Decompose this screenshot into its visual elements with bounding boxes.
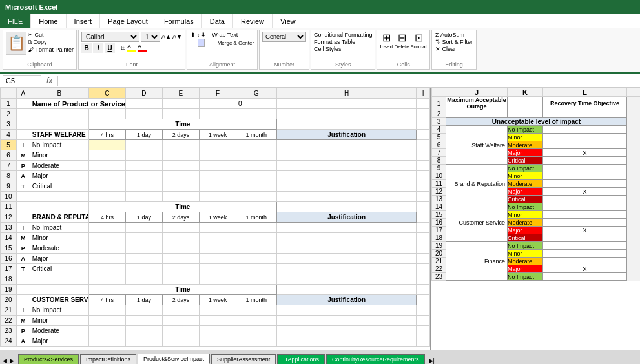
align-top-icon[interactable]: ⬆ (191, 32, 196, 38)
align-right-icon[interactable]: ☰ (206, 39, 212, 46)
paste-button[interactable]: 📋 (6, 32, 26, 55)
tab-insert[interactable]: Insert (67, 14, 101, 28)
cell-g5[interactable] (236, 140, 277, 150)
alignment-label: Alignment (209, 61, 235, 68)
align-bottom-icon[interactable]: ⬇ (201, 32, 206, 38)
tab-file[interactable]: FILE (0, 14, 31, 28)
cell-b1[interactable]: Name of Product or Service (30, 99, 125, 109)
clear-button[interactable]: ✕ Clear (435, 46, 473, 52)
format-as-table-button[interactable]: Format as Table (314, 39, 373, 45)
col-header-b[interactable]: B (30, 88, 88, 99)
wrap-text-button[interactable]: Wrap Text (212, 32, 238, 38)
time-header-3: Time (88, 285, 276, 295)
increase-font-icon[interactable]: A▲ (161, 34, 171, 40)
row-header-12: 12 (1, 212, 17, 223)
copy-button[interactable]: ⧉ Copy (28, 39, 74, 46)
tab-page-layout[interactable]: Page Layout (100, 14, 156, 28)
cell-e1[interactable] (162, 99, 199, 109)
cell-f5[interactable] (199, 140, 236, 150)
tab-impact-definitions[interactable]: ImpactDefinitions (80, 354, 136, 364)
editing-group: Σ AutoSum ⇅ Sort & Filter ✕ Clear Editin… (431, 30, 477, 70)
finance-right-label: Finance (446, 242, 508, 281)
tab-formulas[interactable]: Formulas (156, 14, 202, 28)
cell-f1[interactable] (199, 99, 236, 109)
col-header-e[interactable]: E (162, 88, 199, 99)
ribbon-content: 📋 ✂ Cut ⧉ Copy 🖌 Format Painter Clipboar… (0, 28, 640, 74)
moderate-label-1[interactable]: Moderate (30, 161, 88, 171)
number-format-select[interactable]: General (262, 32, 306, 42)
cell-d1[interactable] (125, 99, 162, 109)
cell-g1[interactable]: 0 (236, 99, 277, 109)
time-col-5: 1 month (236, 130, 277, 140)
tab-product-service-impact[interactable]: Product&ServiceImpact (138, 354, 210, 364)
cut-button[interactable]: ✂ Cut (28, 32, 74, 38)
staff-welfare-title: STAFF WELFARE (30, 130, 88, 140)
cells-label: Cells (397, 61, 410, 68)
underline-button[interactable]: U (105, 43, 115, 53)
cell-h1[interactable] (276, 99, 417, 109)
tab-continuity[interactable]: ContinuityResourceRequirements (326, 354, 425, 364)
scroll-tabs-left[interactable]: ◀ (1, 358, 8, 364)
table-row: 3 Time (1, 119, 430, 130)
cell-styles-button[interactable]: Cell Styles (314, 46, 373, 52)
row-header-3: 3 (1, 119, 17, 130)
table-row: 12 BRAND & REPUTATION 4 hrs 1 day 2 days… (1, 212, 430, 223)
align-center-icon[interactable]: ☰ (198, 39, 205, 47)
cell-a1[interactable] (17, 99, 30, 109)
font-size-select[interactable]: 11 (141, 32, 160, 42)
cell-e5[interactable] (162, 140, 199, 150)
border-icon[interactable]: ⊞ (121, 45, 126, 51)
autosum-button[interactable]: Σ AutoSum (435, 32, 473, 38)
cell-h5[interactable] (276, 140, 417, 150)
cell-d5[interactable] (125, 140, 162, 150)
no-impact-label-1[interactable]: No Impact (30, 140, 88, 150)
decrease-font-icon[interactable]: A▼ (172, 34, 182, 40)
tab-home[interactable]: Home (31, 14, 66, 28)
table-row: 19 Time (1, 285, 430, 295)
font-color-icon[interactable]: A (138, 43, 147, 52)
minor-label-1[interactable]: Minor (30, 150, 88, 161)
align-left-icon[interactable]: ☰ (191, 39, 196, 46)
row-header-13: 13 (1, 223, 17, 233)
tab-data[interactable]: Data (202, 14, 233, 28)
italic-button[interactable]: I (93, 43, 103, 53)
styles-label: Styles (335, 61, 351, 68)
time-header-1: Time (88, 119, 276, 130)
col-header-i[interactable]: I (417, 88, 430, 99)
format-button[interactable]: ⊡ (411, 32, 427, 44)
align-middle-icon[interactable]: ↕ (197, 32, 200, 38)
cell-i1[interactable] (417, 99, 430, 109)
tab-review[interactable]: Review (233, 14, 273, 28)
impact-letter-c1: T (17, 181, 30, 192)
col-header-f[interactable]: F (199, 88, 236, 99)
col-header-g[interactable]: G (236, 88, 277, 99)
fill-color-icon[interactable]: A (127, 43, 136, 52)
col-header-a[interactable]: A (17, 88, 30, 99)
font-family-select[interactable]: Calibri (81, 32, 139, 42)
impact-letter-a1: A (17, 171, 30, 181)
col-header-d[interactable]: D (125, 88, 162, 99)
cell-reference-input[interactable] (3, 75, 41, 86)
col-header-c[interactable]: C (88, 88, 125, 99)
tab-supplier-assessment[interactable]: SupplierAssessment (211, 354, 276, 364)
merge-center-button[interactable]: Merge & Center (218, 40, 254, 46)
critical-label-1[interactable]: Critical (30, 181, 88, 192)
scroll-tabs-right[interactable]: ▶ (8, 358, 15, 364)
table-row: 7 P Moderate (1, 161, 430, 171)
conditional-formatting-button[interactable]: Conditional Formatting (314, 32, 373, 38)
col-header-h[interactable]: H (276, 88, 417, 99)
bold-button[interactable]: B (81, 43, 92, 53)
delete-button[interactable]: ⊟ (394, 32, 409, 44)
formula-input[interactable] (61, 76, 637, 85)
sort-filter-button[interactable]: ⇅ Sort & Filter (435, 39, 473, 45)
tab-it-applications[interactable]: ITApplications (277, 354, 325, 364)
time-col-2: 1 day (125, 130, 162, 140)
insert-button[interactable]: ⊞ (380, 32, 393, 44)
tab-view[interactable]: View (273, 14, 304, 28)
major-label-1[interactable]: Major (30, 171, 88, 181)
format-painter-button[interactable]: 🖌 Format Painter (28, 46, 74, 53)
clipboard-group: 📋 ✂ Cut ⧉ Copy 🖌 Format Painter Clipboar… (3, 30, 77, 70)
tab-products-services[interactable]: Products&Services (18, 354, 79, 364)
scroll-tabs-end[interactable]: ▶| (428, 358, 436, 364)
cell-c5[interactable] (88, 140, 125, 150)
